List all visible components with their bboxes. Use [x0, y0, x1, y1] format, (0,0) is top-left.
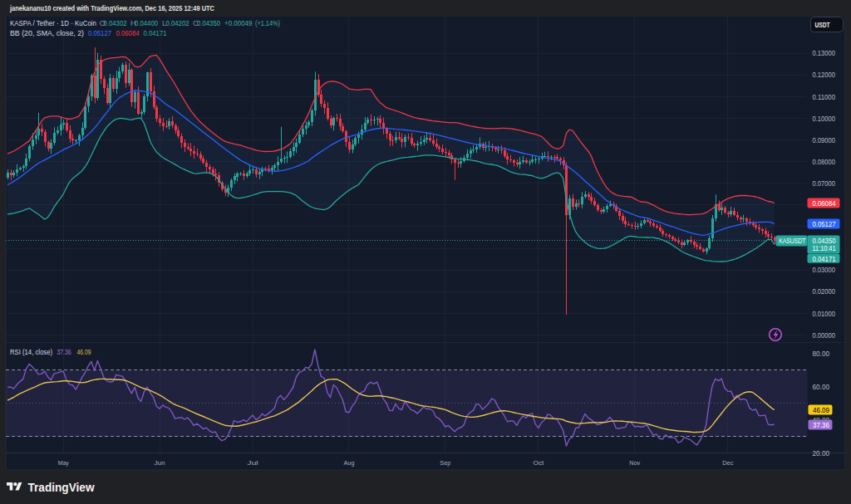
svg-text:0.05127: 0.05127: [813, 220, 836, 228]
svg-text:+0.00049: +0.00049: [224, 18, 253, 27]
svg-text:0.05127: 0.05127: [88, 28, 111, 37]
svg-text:TradingView: TradingView: [28, 480, 95, 494]
svg-text:0.01000: 0.01000: [813, 310, 836, 318]
svg-text:Dec: Dec: [722, 459, 733, 467]
svg-text:Nov: Nov: [629, 459, 640, 467]
svg-text:BB (20, SMA, close, 2): BB (20, SMA, close, 2): [10, 28, 84, 37]
svg-text:20.00: 20.00: [813, 449, 830, 458]
svg-text:80.00: 80.00: [813, 350, 830, 358]
svg-text:46.09: 46.09: [813, 406, 829, 414]
svg-text:0.03000: 0.03000: [813, 266, 836, 274]
svg-text:0.10000: 0.10000: [813, 115, 836, 123]
svg-text:0.08000: 0.08000: [813, 158, 836, 166]
svg-text:0.00000: 0.00000: [813, 331, 836, 340]
svg-text:RSI (14, close): RSI (14, close): [10, 347, 52, 356]
svg-text:0.11000: 0.11000: [813, 93, 836, 101]
svg-text:USDT: USDT: [815, 21, 831, 29]
svg-text:0.06084: 0.06084: [116, 28, 140, 37]
svg-text:37.36: 37.36: [57, 347, 71, 356]
svg-text:0.12000: 0.12000: [813, 71, 836, 79]
svg-text:Sep: Sep: [440, 459, 451, 467]
svg-text:0.04171: 0.04171: [813, 255, 836, 263]
svg-text:46.09: 46.09: [77, 347, 91, 356]
svg-text:KASUSDT: KASUSDT: [779, 237, 805, 245]
svg-text:0.09000: 0.09000: [813, 136, 836, 144]
svg-text:(+1.14%): (+1.14%): [255, 18, 280, 27]
svg-text:KASPA / Tether · 1D · KuCoin: KASPA / Tether · 1D · KuCoin: [10, 18, 96, 27]
svg-text:May: May: [58, 459, 69, 467]
svg-text:0.04350: 0.04350: [813, 237, 836, 245]
svg-text:11:10:41: 11:10:41: [813, 244, 836, 252]
svg-text:0.04302: 0.04302: [104, 18, 127, 27]
svg-text:0.13000: 0.13000: [813, 49, 836, 57]
svg-text:Jul: Jul: [248, 459, 258, 467]
svg-text:Jun: Jun: [155, 459, 165, 467]
svg-text:0.07000: 0.07000: [813, 179, 836, 188]
svg-text:Aug: Aug: [344, 459, 355, 467]
svg-text:0.04350: 0.04350: [197, 18, 220, 27]
svg-text:60.00: 60.00: [813, 383, 830, 391]
svg-text:0.04400: 0.04400: [135, 18, 158, 27]
svg-text:Oct: Oct: [533, 459, 544, 467]
svg-text:0.06084: 0.06084: [813, 199, 836, 208]
svg-text:janekananu10 created with Trad: janekananu10 created with TradingView.co…: [9, 3, 214, 12]
svg-text:37.36: 37.36: [813, 421, 829, 429]
svg-text:0.04202: 0.04202: [166, 18, 189, 27]
svg-text:0.04171: 0.04171: [144, 28, 167, 37]
svg-text:0.02000: 0.02000: [813, 287, 836, 296]
